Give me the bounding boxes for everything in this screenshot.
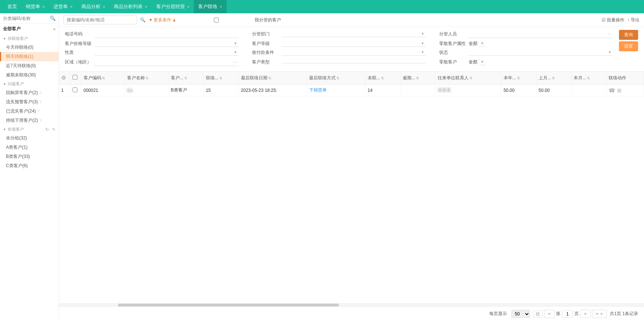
row-checkbox[interactable] — [73, 87, 77, 92]
sidebar-item-repurchase-abnormal[interactable]: 回购异常客户(2) ? — [0, 88, 59, 97]
label-status: 状态 — [439, 49, 469, 56]
page-size-label: 每页显示 — [489, 311, 507, 317]
sidebar-item-churned[interactable]: 已流失客户(24) ? — [0, 107, 59, 116]
select-dept[interactable]: ▼ — [281, 31, 426, 37]
nav-close-segmentation[interactable]: × — [187, 4, 189, 9]
sidebar-item-class-a[interactable]: A类客户(1) — [0, 143, 59, 152]
select-all-checkbox[interactable] — [73, 75, 77, 80]
nav-home[interactable]: 首页 — [3, 0, 21, 13]
nav-purchase-order[interactable]: 进货单 × — [49, 0, 77, 13]
sort-name[interactable]: ⇅ — [146, 76, 148, 80]
my-customers-checkbox[interactable]: 我分管的客户 — [179, 17, 281, 23]
sidebar-item-churn-warning[interactable]: 流失预警客户(3) ? — [0, 97, 59, 107]
sort-contact[interactable]: ⇅ — [219, 76, 222, 80]
customer-name-blurred: Ea — [127, 88, 133, 93]
sort-ctype[interactable]: ⇅ — [184, 76, 187, 80]
prev-page-btn[interactable]: ＜ — [544, 310, 554, 318]
first-page-btn[interactable]: ⟨⟨ — [533, 310, 543, 318]
my-customers-check[interactable] — [179, 18, 253, 23]
sidebar-search-bar: 🔍 — [0, 13, 59, 24]
col-name: 客户名称⇅ — [125, 72, 169, 84]
value-edit-icon[interactable]: ✎ — [52, 127, 59, 132]
contact-method-link[interactable]: 下销货单 — [309, 87, 327, 93]
total-records: 共1页 1条记录 — [610, 311, 638, 317]
search-icon[interactable]: 🔍 — [140, 17, 146, 23]
select-customer-type[interactable] — [281, 61, 426, 63]
filter-field-customer-level: 客户等级 ▼ — [252, 40, 426, 47]
nav-close-contact[interactable]: × — [220, 4, 222, 9]
nav-product-analysis-list[interactable]: 商品分析列表 × — [109, 0, 151, 13]
nav-close-product-list[interactable]: × — [145, 4, 147, 9]
sidebar-item-7day-contact[interactable]: 近7天待联络(0) — [0, 61, 59, 70]
sidebar-item-tomorrow-contact[interactable]: 明天待联络(1) — [0, 52, 59, 61]
settings-button[interactable]: 设置 — [619, 41, 638, 51]
pagination: 每页显示 50 20 100 ⟨⟨ ＜ 第 页 ＞ ＞＞ 共1页 1条记录 — [59, 306, 644, 321]
search-input[interactable] — [63, 15, 137, 24]
sidebar-item-today-contact[interactable]: 今天待联络(0) — [0, 43, 59, 52]
retail-attr-value: 全部 — [469, 41, 477, 47]
arrow-customer-level: ▼ — [421, 41, 424, 45]
sidebar-group-problem: 问题客户 — [0, 80, 59, 88]
action-phone-icon[interactable]: ☎ — [609, 87, 615, 93]
nav-close-sales[interactable]: × — [42, 4, 45, 9]
sort-year[interactable]: ⇅ — [517, 76, 520, 80]
sidebar-item-class-c[interactable]: C类客户(6) — [0, 161, 59, 170]
sort-date[interactable]: ⇅ — [268, 76, 271, 80]
sidebar-search-icon[interactable]: 🔍 — [50, 15, 56, 21]
select-customer-level[interactable]: ▼ — [281, 40, 426, 47]
td-contact-count: 15 — [203, 84, 238, 96]
sort-this-month[interactable]: ⇅ — [587, 76, 590, 80]
value-refresh-icon[interactable]: ↻ — [45, 127, 52, 132]
table-row: 1 000021 Ea B类客户 15 2023-05-23 18:25: 下销… — [59, 84, 644, 96]
action-grid-icon[interactable]: ⊞ — [617, 87, 622, 93]
more-conditions-btn[interactable]: ▼ 更多条件 ▲ — [148, 17, 176, 23]
sidebar-item-ungrouped[interactable]: 未分组(32) — [0, 134, 59, 143]
arrow-retail: ▼ — [480, 60, 484, 64]
input-phone[interactable] — [94, 30, 239, 38]
nav-close-purchase[interactable]: × — [70, 4, 72, 9]
label-retail-attr: 零散客户属性 — [439, 41, 469, 47]
sort-code[interactable]: ⇅ — [102, 76, 105, 80]
batch-op-btn[interactable]: ☑ 批量操作 — [602, 17, 624, 23]
page-size-select[interactable]: 50 20 100 — [511, 310, 530, 318]
nav-customer-contact[interactable]: 客户联络 × — [194, 0, 226, 13]
select-person[interactable]: ··· — [469, 30, 613, 38]
td-type: B类客户 — [168, 84, 203, 96]
sort-unlocked[interactable]: ⇅ — [381, 76, 384, 80]
last-page-btn[interactable]: ＞＞ — [592, 310, 607, 318]
select-nature[interactable]: ▼ — [94, 49, 239, 56]
sidebar-item-declining[interactable]: 持续下滑客户(2) ? — [0, 116, 59, 125]
select-region[interactable]: ··· — [94, 58, 239, 66]
scrollbar-thumb[interactable] — [118, 304, 339, 307]
sort-last-month[interactable]: ⇅ — [552, 76, 555, 80]
nav-product-analysis[interactable]: 商品分析 × — [77, 0, 109, 13]
col-checkbox — [70, 72, 81, 84]
col-action: 联络动作 — [606, 72, 644, 84]
label-customer-type: 客户类型 — [252, 59, 281, 65]
sort-overdue[interactable]: ⇅ — [416, 76, 419, 80]
select-status[interactable]: ▼ — [469, 49, 613, 56]
sidebar-search-input[interactable] — [3, 16, 50, 21]
next-page-btn[interactable]: ＞ — [580, 310, 591, 318]
select-price-level[interactable]: ▼ — [94, 40, 239, 47]
nav-sales-order[interactable]: 销货单 × — [21, 0, 49, 13]
nav-customer-segmentation[interactable]: 客户分层经营 × — [152, 0, 194, 13]
select-retail-attr[interactable]: ▼ — [479, 40, 486, 47]
content-area: 🔍 ▼ 更多条件 ▲ 我分管的客户 ☑ 批量操作 ↑ 导出 — [59, 13, 644, 321]
nav-close-product-analysis[interactable]: × — [103, 4, 105, 9]
sidebar-all-customers[interactable]: 全部客户 « — [0, 24, 59, 34]
table-gear-icon[interactable]: ⚙ — [61, 75, 66, 81]
select-payment[interactable]: ▼ — [281, 49, 426, 56]
sidebar-item-overdue-contact[interactable]: 逾期未联络(30) — [0, 70, 59, 80]
sort-method[interactable]: ⇅ — [336, 76, 339, 80]
col-last-month: 上月...⇅ — [536, 72, 571, 84]
export-btn[interactable]: ↑ 导出 — [627, 17, 640, 23]
select-retail[interactable]: ▼ — [479, 59, 486, 65]
sort-person[interactable]: ⇅ — [469, 76, 472, 80]
query-button[interactable]: 查询 — [619, 30, 638, 40]
help-icon-churn: ? — [39, 100, 42, 104]
page-nav: ⟨⟨ ＜ 第 页 ＞ ＞＞ — [533, 310, 607, 318]
horizontal-scrollbar[interactable] — [59, 303, 644, 306]
page-number-input[interactable] — [562, 310, 573, 318]
sidebar-item-class-b[interactable]: B类客户(33) — [0, 152, 59, 161]
